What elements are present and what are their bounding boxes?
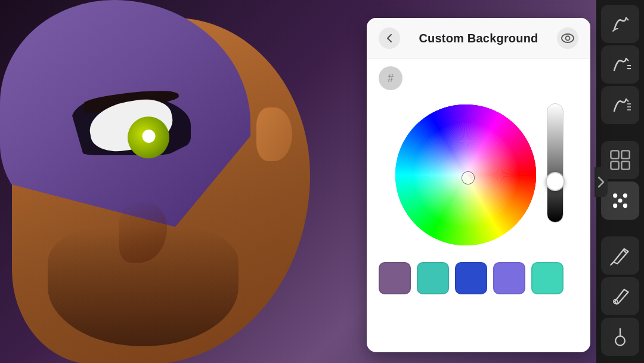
hex-input-row: # xyxy=(367,59,590,97)
tool-button-2[interactable] xyxy=(601,45,639,84)
svg-rect-10 xyxy=(611,150,618,158)
svg-line-3 xyxy=(626,59,628,61)
swatch-blue[interactable] xyxy=(455,262,487,294)
svg-rect-12 xyxy=(611,161,618,169)
tool-button-brush[interactable] xyxy=(601,277,639,315)
svg-line-6 xyxy=(626,99,628,101)
hex-hash-icon[interactable]: # xyxy=(379,66,402,90)
tool-button-1[interactable] xyxy=(601,5,639,43)
svg-point-1 xyxy=(566,36,570,41)
character-ear xyxy=(256,107,292,161)
svg-point-14 xyxy=(613,193,617,198)
back-button[interactable] xyxy=(379,27,400,49)
color-swatches-row xyxy=(367,253,590,304)
swatch-purple[interactable] xyxy=(379,262,411,294)
svg-point-17 xyxy=(623,204,627,208)
svg-line-19 xyxy=(611,262,614,265)
panel-header: Custom Background xyxy=(367,18,590,59)
svg-point-22 xyxy=(615,336,625,346)
panel-title: Custom Background xyxy=(400,32,557,45)
color-wheel[interactable] xyxy=(394,103,537,247)
swatch-lavender[interactable] xyxy=(493,262,525,294)
swatch-teal[interactable] xyxy=(417,262,449,294)
panel-expand-arrow[interactable] xyxy=(595,167,608,197)
eye-area xyxy=(72,90,203,161)
brightness-track[interactable] xyxy=(547,103,564,223)
svg-line-2 xyxy=(626,18,628,20)
tool-button-pencil[interactable] xyxy=(601,318,639,356)
svg-rect-13 xyxy=(621,161,629,169)
pupil-highlight xyxy=(141,128,156,143)
svg-rect-11 xyxy=(621,150,629,158)
brightness-slider[interactable] xyxy=(547,103,564,247)
color-picker-panel: Custom Background # xyxy=(367,18,590,352)
svg-point-15 xyxy=(623,193,627,198)
color-controls xyxy=(367,97,590,253)
svg-point-0 xyxy=(562,34,574,42)
brightness-thumb[interactable] xyxy=(546,172,565,191)
swatch-cyan[interactable] xyxy=(531,262,564,294)
svg-point-16 xyxy=(613,204,617,208)
visibility-toggle-button[interactable] xyxy=(557,27,578,49)
svg-point-18 xyxy=(618,198,622,202)
tool-button-marker[interactable] xyxy=(601,236,639,275)
tool-button-3[interactable] xyxy=(601,86,639,124)
